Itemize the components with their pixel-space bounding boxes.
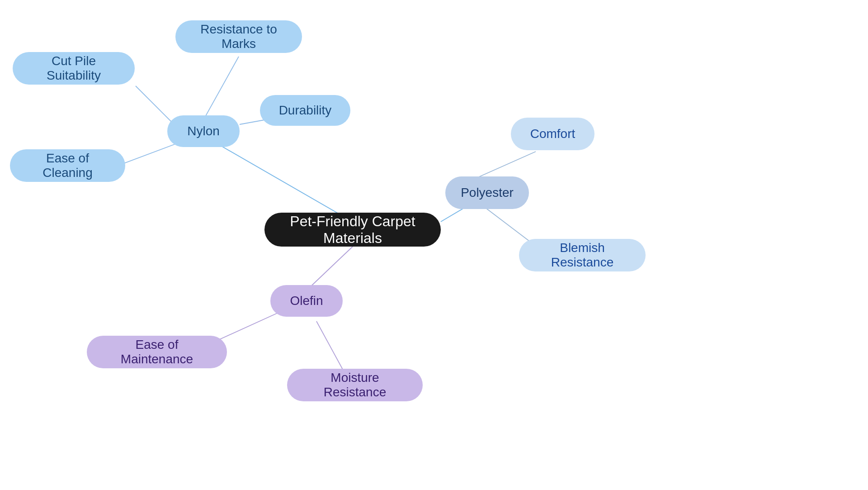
svg-line-10: [316, 321, 344, 371]
svg-line-3: [203, 57, 239, 120]
olefin-node: Olefin: [270, 285, 343, 317]
blemish-resistance-node: Blemish Resistance: [519, 239, 646, 271]
svg-line-0: [203, 136, 353, 222]
nylon-node: Nylon: [167, 115, 240, 147]
center-node: Pet-Friendly Carpet Materials: [264, 213, 441, 247]
comfort-node: Comfort: [511, 118, 594, 150]
polyester-node: Polyester: [445, 176, 529, 209]
durability-node: Durability: [260, 95, 350, 126]
svg-line-4: [136, 86, 176, 127]
ease-of-maintenance-node: Ease of Maintenance: [87, 336, 227, 368]
svg-line-7: [475, 152, 536, 179]
resistance-to-marks-node: Resistance to Marks: [175, 20, 302, 53]
cut-pile-suitability-node: Cut Pile Suitability: [13, 52, 135, 85]
moisture-resistance-node: Moisture Resistance: [287, 369, 423, 401]
svg-line-2: [307, 247, 353, 290]
ease-of-cleaning-node: Ease of Cleaning: [10, 149, 125, 182]
